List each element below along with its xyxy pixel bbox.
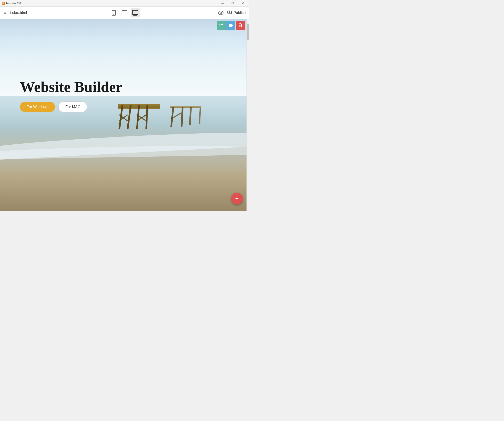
for-mac-button[interactable]: For MAC	[58, 102, 87, 113]
svg-rect-22	[170, 106, 201, 108]
minimize-button[interactable]: ─	[218, 0, 228, 7]
title-bar: M Mobirise 2.8 ─ □ ✕	[0, 0, 249, 7]
desktop-view-button[interactable]	[131, 8, 140, 18]
cloud-upload-icon	[227, 10, 232, 15]
svg-point-1	[114, 14, 114, 15]
maximize-button[interactable]: □	[228, 0, 237, 7]
svg-line-26	[190, 107, 191, 125]
hero-section: Website Builder For Windows For MAC	[0, 19, 249, 210]
hero-content: Website Builder For Windows For MAC	[20, 79, 122, 113]
svg-point-10	[220, 12, 222, 14]
block-settings-button[interactable]	[226, 21, 235, 30]
pier-container	[108, 92, 212, 144]
scrollbar[interactable]	[246, 19, 249, 210]
publish-label: Publish	[234, 11, 246, 15]
publish-button[interactable]: Publish	[227, 10, 246, 16]
close-button[interactable]: ✕	[238, 0, 247, 7]
svg-line-24	[181, 107, 183, 127]
mobile-view-button[interactable]	[109, 8, 118, 18]
scrollbar-thumb[interactable]	[247, 24, 249, 40]
swap-block-button[interactable]	[217, 21, 226, 30]
toolbar: ≡ index.html	[0, 7, 249, 19]
app-title: Mobirise 2.8	[6, 2, 21, 5]
eye-icon	[218, 11, 223, 15]
add-block-button[interactable]: +	[231, 193, 243, 204]
app-icon: M	[2, 2, 5, 5]
hero-title: Website Builder	[20, 79, 122, 95]
toolbar-left: ≡ index.html	[3, 10, 27, 16]
svg-line-27	[200, 108, 200, 124]
menu-icon[interactable]: ≡	[3, 10, 7, 16]
gear-icon	[229, 23, 233, 27]
tablet-icon	[122, 10, 127, 16]
preview-button[interactable]	[218, 11, 223, 15]
svg-line-19	[146, 105, 147, 129]
view-switcher	[109, 8, 140, 18]
delete-block-button[interactable]	[236, 21, 245, 30]
main-content: Website Builder For Windows For MAC	[0, 19, 249, 210]
mobile-icon	[111, 10, 116, 16]
hero-buttons: For Windows For MAC	[20, 102, 122, 113]
toolbar-right: Publish	[218, 10, 246, 16]
svg-point-9	[218, 11, 223, 15]
for-windows-button[interactable]: For Windows	[20, 102, 55, 112]
pier-svg	[108, 92, 212, 144]
file-name: index.html	[10, 11, 27, 15]
trash-icon	[238, 23, 242, 28]
svg-rect-5	[132, 10, 138, 15]
svg-point-4	[126, 12, 127, 13]
upload-cloud-icon	[227, 10, 232, 16]
tablet-view-button[interactable]	[120, 8, 129, 18]
title-bar-left: M Mobirise 2.8	[2, 2, 21, 5]
swap-icon	[219, 23, 223, 27]
desktop-icon	[132, 10, 138, 16]
window-controls: ─ □ ✕	[218, 0, 247, 7]
content-actions	[217, 21, 245, 30]
